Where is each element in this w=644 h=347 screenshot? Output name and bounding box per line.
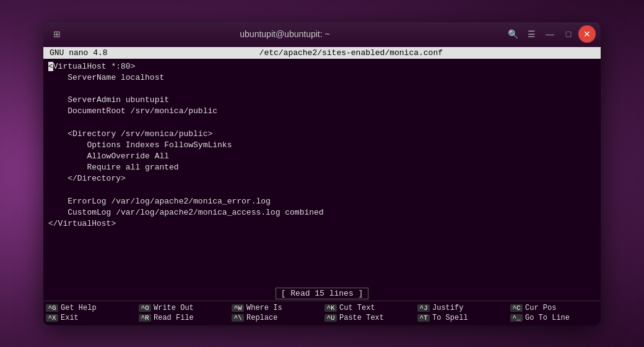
editor-line: <VirtualHost *:80> [48,61,596,72]
nano-shortcuts: ^G Get Help ^X Exit ^O Write Out ^R Read… [43,301,601,325]
shortcut-paste-text: ^U Paste Text [324,313,412,323]
editor-line: ServerAdmin ubuntupit [48,95,596,106]
shortcut-label-tospell: To Spell [432,314,468,322]
editor-line: DocumentRoot /srv/monica/public [48,106,596,117]
shortcut-group-4: ^K Cut Text ^U Paste Text [322,301,415,325]
nano-status-bar: [ Read 15 lines ] [43,286,601,301]
shortcut-label-readfile: Read File [154,314,194,322]
shortcut-label-writeout: Write Out [154,304,194,312]
shortcut-label-replace: Replace [246,314,277,322]
shortcut-key-whereis: ^W [232,304,244,312]
minimize-button[interactable]: — [541,25,559,43]
shortcut-to-spell: ^T To Spell [417,313,505,323]
shortcut-group-2: ^O Write Out ^R Read File [136,301,229,325]
shortcut-key-writeout: ^O [139,304,151,312]
shortcut-get-help: ^G Get Help [46,303,134,313]
editor-line: </Directory> [48,173,596,184]
terminal-window: ⊞ ubuntupit@ubuntupit: ~ 🔍 ☰ — □ ✕ GNU n… [43,22,601,325]
pin-button[interactable]: ⊞ [48,25,66,43]
shortcut-write-out: ^O Write Out [139,303,227,313]
shortcut-read-file: ^R Read File [139,313,227,323]
shortcut-where-is: ^W Where Is [232,303,320,313]
pin-icon: ⊞ [53,29,61,39]
shortcut-label-whereis: Where Is [246,304,282,312]
shortcut-label-exit: Exit [61,314,79,322]
close-icon: ✕ [583,29,591,39]
editor-line: Require all granted [48,162,596,173]
shortcut-key-readfile: ^R [139,314,151,322]
menu-icon: ☰ [528,29,536,39]
shortcut-group-1: ^G Get Help ^X Exit [43,301,136,325]
editor-line: Options Indexes FollowSymLinks [48,140,596,151]
shortcut-justify: ^J Justify [417,303,505,313]
shortcut-cut-text: ^K Cut Text [324,303,412,313]
shortcut-group-6: ^C Cur Pos ^_ Go To Line [508,301,601,325]
shortcut-key-justify: ^J [417,304,430,312]
shortcut-key-cuttext: ^K [324,304,337,312]
nano-filename: /etc/apache2/sites-enabled/monica.conf [259,48,443,58]
shortcut-label-curpos: Cur Pos [525,304,556,312]
search-button[interactable]: 🔍 [504,25,521,43]
shortcut-label-cuttext: Cut Text [339,304,375,312]
shortcut-group-5: ^J Justify ^T To Spell [415,301,508,325]
shortcut-goto-line: ^_ Go To Line [510,313,598,323]
nano-header: GNU nano 4.8 /etc/apache2/sites-enabled/… [43,47,601,59]
window-title: ubuntupit@ubuntupit: ~ [69,29,500,39]
minimize-icon: — [546,29,554,39]
shortcut-key-replace: ^\ [232,314,244,322]
editor-line: ServerName localhost [48,72,596,84]
maximize-icon: □ [566,29,571,39]
cursor: < [48,62,53,71]
shortcut-key-pastetext: ^U [324,314,337,322]
shortcut-exit: ^X Exit [46,313,134,323]
editor-line: <Directory /srv/monica/public> [48,129,596,140]
shortcut-key-gotoline: ^_ [510,314,523,322]
editor-line [48,185,596,196]
shortcut-group-3: ^W Where Is ^\ Replace [229,301,322,325]
titlebar: ⊞ ubuntupit@ubuntupit: ~ 🔍 ☰ — □ ✕ [43,22,601,47]
editor-line [48,117,596,128]
editor-line: AllowOverride All [48,151,596,162]
shortcut-label-gethelp: Get Help [61,304,97,312]
editor-line: </VirtualHost> [48,218,596,229]
shortcut-cur-pos: ^C Cur Pos [510,303,598,313]
editor-line: CustomLog /var/log/apache2/monica_access… [48,207,596,218]
shortcut-key-curpos: ^C [510,304,523,312]
close-button[interactable]: ✕ [578,25,596,43]
editor-line: ErrorLog /var/log/apache2/monica_error.l… [48,196,596,207]
search-icon: 🔍 [508,29,518,39]
nano-version: GNU nano 4.8 [50,48,108,58]
terminal-area[interactable]: GNU nano 4.8 /etc/apache2/sites-enabled/… [43,47,601,325]
shortcut-label-justify: Justify [432,304,463,312]
editor-line [48,84,596,95]
shortcut-key-tospell: ^T [417,314,430,322]
status-message: [ Read 15 lines ] [276,288,369,299]
shortcut-key-exit: ^X [46,314,58,322]
maximize-button[interactable]: □ [560,25,577,43]
nano-editor[interactable]: <VirtualHost *:80> ServerName localhost … [43,59,601,286]
shortcut-replace: ^\ Replace [232,313,320,323]
window-controls: 🔍 ☰ — □ ✕ [504,25,596,43]
menu-button[interactable]: ☰ [523,25,540,43]
shortcut-label-pastetext: Paste Text [339,314,384,322]
shortcut-key-gethelp: ^G [46,304,58,312]
shortcut-label-gotoline: Go To Line [525,314,570,322]
